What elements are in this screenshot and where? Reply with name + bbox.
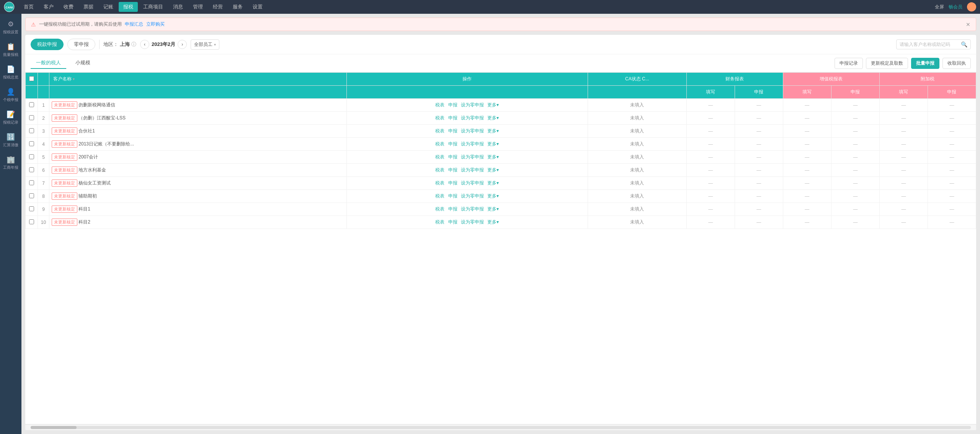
op-zero-6[interactable]: 设为零申报 bbox=[461, 180, 484, 186]
staff-selector[interactable]: 全部员工 ▾ bbox=[191, 39, 219, 50]
op-more-3[interactable]: 更多▾ bbox=[487, 141, 499, 147]
op-zero-4[interactable]: 设为零申报 bbox=[461, 154, 484, 160]
op-tax-table-8[interactable]: 税表 bbox=[435, 206, 444, 212]
op-tax-table-5[interactable]: 税表 bbox=[435, 167, 444, 173]
row-checkbox-4[interactable] bbox=[29, 154, 34, 159]
batch-declare-btn[interactable]: 批量申报 bbox=[911, 58, 939, 69]
fullscreen-btn[interactable]: 全屏 bbox=[935, 4, 944, 10]
notice-link-summary[interactable]: 申报汇总 bbox=[125, 21, 143, 28]
op-declare-8[interactable]: 申报 bbox=[448, 206, 457, 212]
nav-manage[interactable]: 管理 bbox=[188, 2, 207, 12]
op-zero-7[interactable]: 设为零申报 bbox=[461, 193, 484, 199]
op-tax-table-3[interactable]: 税表 bbox=[435, 141, 444, 147]
nav-business[interactable]: 工商项目 bbox=[139, 2, 168, 12]
sidebar-item-tax-record[interactable]: 📝 报税记录 bbox=[1, 107, 20, 128]
search-input[interactable] bbox=[900, 42, 961, 47]
notice-link-buy[interactable]: 立即购买 bbox=[146, 21, 165, 28]
op-tax-table-9[interactable]: 税表 bbox=[435, 219, 444, 225]
op-tax-table-2[interactable]: 税表 bbox=[435, 128, 444, 134]
status-badge-8: 未更新核定 bbox=[52, 206, 77, 213]
op-declare-2[interactable]: 申报 bbox=[448, 128, 457, 134]
nav-settings[interactable]: 设置 bbox=[248, 2, 267, 12]
upgrade-btn[interactable]: 畅会员 bbox=[949, 4, 962, 10]
row-ca-6: 未填入 bbox=[588, 177, 687, 190]
op-declare-4[interactable]: 申报 bbox=[448, 154, 457, 160]
op-zero-3[interactable]: 设为零申报 bbox=[461, 141, 484, 147]
op-declare-9[interactable]: 申报 bbox=[448, 219, 457, 225]
sidebar-item-personal-tax[interactable]: 👤 个税申报 bbox=[1, 85, 20, 106]
op-more-9[interactable]: 更多▾ bbox=[487, 219, 499, 225]
sidebar-item-tax-settings[interactable]: ⚙ 报税设置 bbox=[1, 17, 20, 38]
sidebar-item-batch-tax[interactable]: 📋 批量报税 bbox=[1, 39, 20, 60]
row-fin-fill-9: — bbox=[686, 216, 735, 229]
nav-operation[interactable]: 经营 bbox=[208, 2, 227, 12]
row-checkbox-2[interactable] bbox=[29, 128, 34, 133]
op-zero-2[interactable]: 设为零申报 bbox=[461, 128, 484, 134]
op-more-1[interactable]: 更多▾ bbox=[487, 115, 499, 121]
tab-general-taxpayer[interactable]: 一般的税人 bbox=[31, 57, 66, 69]
op-zero-8[interactable]: 设为零申报 bbox=[461, 206, 484, 212]
sort-icon[interactable]: ▾ bbox=[73, 77, 75, 81]
notice-close-btn[interactable]: ✕ bbox=[966, 21, 970, 28]
user-avatar[interactable] bbox=[967, 2, 976, 11]
row-checkbox-7[interactable] bbox=[29, 193, 34, 198]
op-more-7[interactable]: 更多▾ bbox=[487, 193, 499, 199]
op-tax-table-1[interactable]: 税表 bbox=[435, 115, 444, 121]
op-zero-5[interactable]: 设为零申报 bbox=[461, 167, 484, 173]
op-tax-table-4[interactable]: 税表 bbox=[435, 154, 444, 160]
nav-ledger[interactable]: 记账 bbox=[99, 2, 118, 12]
row-checkbox-5[interactable] bbox=[29, 167, 34, 172]
row-client-name-5: 未更新核定 地方水利基金 bbox=[49, 164, 347, 177]
row-num-8: 9 bbox=[38, 203, 49, 216]
op-more-2[interactable]: 更多▾ bbox=[487, 128, 499, 134]
tab-zero-declaration[interactable]: 零申报 bbox=[67, 39, 95, 50]
row-checkbox-1[interactable] bbox=[29, 115, 34, 120]
sidebar-item-tax-overview[interactable]: 📄 报税总览 bbox=[1, 62, 20, 83]
op-more-4[interactable]: 更多▾ bbox=[487, 154, 499, 160]
prev-month-btn[interactable]: ‹ bbox=[140, 40, 149, 49]
nav-fee[interactable]: 收费 bbox=[59, 2, 78, 12]
nav-home[interactable]: 首页 bbox=[19, 2, 38, 12]
tab-small-scale[interactable]: 小规模 bbox=[70, 57, 96, 69]
row-checkbox-8[interactable] bbox=[29, 206, 34, 211]
row-add-fill-9: — bbox=[879, 216, 928, 229]
nav-invoice[interactable]: 票据 bbox=[79, 2, 98, 12]
op-tax-table-0[interactable]: 税表 bbox=[435, 102, 444, 108]
row-checkbox-9[interactable] bbox=[29, 219, 34, 224]
op-more-8[interactable]: 更多▾ bbox=[487, 206, 499, 212]
horizontal-scrollbar[interactable] bbox=[25, 424, 976, 430]
op-tax-table-6[interactable]: 税表 bbox=[435, 180, 444, 186]
sidebar-item-settlement[interactable]: 🔢 汇算清缴 bbox=[1, 130, 20, 151]
row-checkbox-6[interactable] bbox=[29, 180, 34, 185]
sidebar-item-annual-report[interactable]: 🏢 工商年报 bbox=[1, 152, 20, 173]
next-month-btn[interactable]: › bbox=[178, 40, 187, 49]
th2-op bbox=[346, 86, 588, 99]
op-declare-3[interactable]: 申报 bbox=[448, 141, 457, 147]
nav-client[interactable]: 客户 bbox=[39, 2, 58, 12]
op-more-6[interactable]: 更多▾ bbox=[487, 180, 499, 186]
op-declare-5[interactable]: 申报 bbox=[448, 167, 457, 173]
select-all-checkbox[interactable] bbox=[29, 76, 34, 81]
scroll-thumb[interactable] bbox=[31, 426, 77, 429]
update-data-btn[interactable]: 更新税定及取数 bbox=[866, 58, 908, 69]
op-more-5[interactable]: 更多▾ bbox=[487, 167, 499, 173]
row-checkbox-0[interactable] bbox=[29, 102, 34, 107]
row-checkbox-3[interactable] bbox=[29, 141, 34, 146]
op-declare-0[interactable]: 申报 bbox=[448, 102, 457, 108]
nav-tax[interactable]: 报税 bbox=[119, 2, 138, 12]
op-zero-0[interactable]: 设为零申报 bbox=[461, 102, 484, 108]
nav-message[interactable]: 消息 bbox=[168, 2, 188, 12]
nav-service[interactable]: 服务 bbox=[228, 2, 247, 12]
retrieve-receipt-btn[interactable]: 收取回执 bbox=[942, 58, 971, 69]
op-declare-1[interactable]: 申报 bbox=[448, 115, 457, 121]
op-more-0[interactable]: 更多▾ bbox=[487, 102, 499, 108]
declaration-record-btn[interactable]: 申报记录 bbox=[835, 58, 863, 69]
info-icon[interactable]: ⓘ bbox=[131, 41, 136, 48]
op-declare-7[interactable]: 申报 bbox=[448, 193, 457, 199]
op-declare-6[interactable]: 申报 bbox=[448, 180, 457, 186]
op-zero-1[interactable]: 设为零申报 bbox=[461, 115, 484, 121]
search-icon[interactable]: 🔍 bbox=[961, 41, 967, 47]
op-tax-table-7[interactable]: 税表 bbox=[435, 193, 444, 199]
op-zero-9[interactable]: 设为零申报 bbox=[461, 219, 484, 225]
tab-tax-declaration[interactable]: 税款申报 bbox=[31, 39, 64, 50]
